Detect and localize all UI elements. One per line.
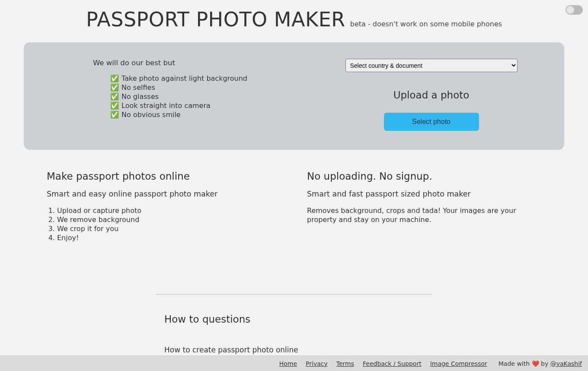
toggle-knob <box>566 6 574 14</box>
check-icon: ✅ <box>110 83 119 92</box>
instruction-item: ✅No selfies <box>110 83 307 92</box>
faq-section: How to questions How to create passport … <box>164 314 424 354</box>
check-icon: ✅ <box>110 111 119 119</box>
instruction-item: ✅Look straight into camera <box>110 101 307 110</box>
faq-question: How to create passport photo online <box>164 346 424 354</box>
upload-column: Select country & document Upload a photo… <box>324 59 538 131</box>
made-prefix: Made with <box>499 360 532 367</box>
info-row: Make passport photos online Smart and ea… <box>47 171 541 242</box>
footer: Home Privacy Terms Feedback / Support Im… <box>0 355 588 371</box>
faq-heading: How to questions <box>164 314 424 325</box>
info-left-column: Make passport photos online Smart and ea… <box>47 171 281 242</box>
divider <box>156 294 432 295</box>
check-icon: ✅ <box>110 74 119 82</box>
instructions-column: We will do our best but ✅Take photo agai… <box>50 59 307 131</box>
instruction-text: No glasses <box>121 92 159 101</box>
check-icon: ✅ <box>110 92 119 101</box>
instruction-item: ✅No glasses <box>110 92 307 101</box>
footer-link-home[interactable]: Home <box>279 360 297 367</box>
info-right-paragraph: Removes background, crops and tada! Your… <box>307 206 519 224</box>
footer-link-terms[interactable]: Terms <box>336 360 354 367</box>
dark-mode-toggle[interactable] <box>566 5 583 15</box>
footer-link-privacy[interactable]: Privacy <box>306 360 328 367</box>
instruction-text: No obvious smile <box>121 111 181 119</box>
instruction-text: Look straight into camera <box>121 101 211 110</box>
instruction-text: Take photo against light background <box>121 74 247 82</box>
page-title: PASSPORT PHOTO MAKER <box>86 8 345 31</box>
country-document-select[interactable]: Select country & document <box>345 59 518 72</box>
select-photo-button[interactable]: Select photo <box>384 113 479 131</box>
instruction-item: ✅No obvious smile <box>110 110 307 119</box>
steps-list: Upload or capture photo We remove backgr… <box>57 206 281 242</box>
footer-author-link[interactable]: @yaKashif <box>550 360 582 367</box>
footer-made: Made with ❤️ by @yaKashif <box>499 360 582 367</box>
info-left-heading: Make passport photos online <box>47 171 281 182</box>
instruction-text: No selfies <box>121 83 155 92</box>
page-subtitle: beta - doesn't work on some mobile phone… <box>350 20 502 28</box>
info-right-column: No uploading. No signup. Smart and fast … <box>307 171 541 242</box>
step-item: Upload or capture photo <box>57 206 281 215</box>
hero-panel: We will do our best but ✅Take photo agai… <box>24 42 564 150</box>
check-icon: ✅ <box>110 101 119 110</box>
header: PASSPORT PHOTO MAKER beta - doesn't work… <box>0 0 588 35</box>
heart-icon: ❤️ <box>532 360 539 367</box>
made-by: by <box>539 360 550 367</box>
info-right-subheading: Smart and fast passport sized photo make… <box>307 190 541 198</box>
instruction-item: ✅Take photo against light background <box>110 74 307 83</box>
upload-heading: Upload a photo <box>393 89 470 101</box>
instructions-list: ✅Take photo against light background ✅No… <box>110 74 307 120</box>
step-item: We crop it for you <box>57 224 281 233</box>
info-left-subheading: Smart and easy online passport photo mak… <box>47 190 281 198</box>
instructions-lead: We will do our best but <box>93 59 307 67</box>
footer-link-feedback[interactable]: Feedback / Support <box>363 360 422 367</box>
info-right-heading: No uploading. No signup. <box>307 171 541 182</box>
step-item: We remove background <box>57 215 281 224</box>
footer-link-image-compressor[interactable]: Image Compressor <box>430 360 487 367</box>
step-item: Enjoy! <box>57 233 281 242</box>
